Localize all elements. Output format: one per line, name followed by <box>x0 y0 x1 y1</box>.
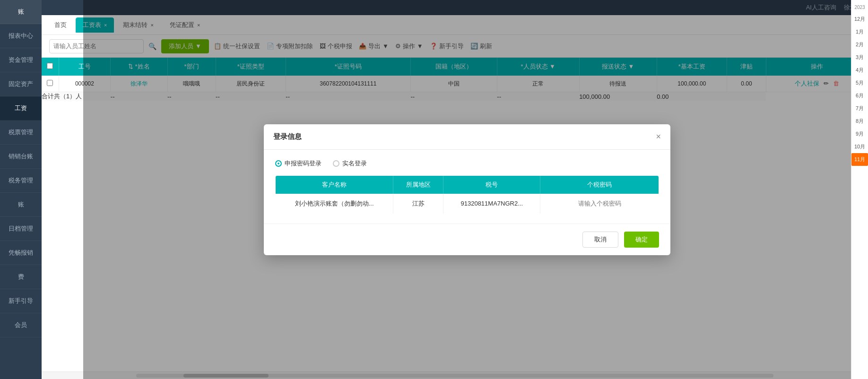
sidebar-item-taxadmin[interactable]: 税务管理 <box>0 169 42 193</box>
cell-password[interactable] <box>540 194 659 214</box>
select-all-header[interactable] <box>42 58 59 76</box>
radio-password-label: 申报密码登录 <box>285 159 321 168</box>
confirm-button[interactable]: 确定 <box>624 232 659 248</box>
radio-password-circle <box>275 160 282 167</box>
sidebar-item-taxmgmt[interactable]: 税票管理 <box>0 121 42 145</box>
month-3[interactable]: 3月 <box>851 51 868 64</box>
sidebar-item-fund[interactable]: 资金管理 <box>0 48 42 72</box>
cell-customer: 刘小艳演示账套（勿删勿动... <box>276 194 393 214</box>
cancel-button[interactable]: 取消 <box>582 232 618 248</box>
modal-close-button[interactable]: × <box>656 132 661 142</box>
sidebar-item-ledger[interactable]: 账 <box>0 193 42 217</box>
login-data-row: 刘小艳演示账套（勿删勿动... 江苏 91320811MA7NGR2... <box>276 194 659 214</box>
right-sidebar: 2023 12月 1月 2月 3月 4月 5月 6月 7月 8月 9月 10月 … <box>851 0 868 379</box>
year-label: 2023 <box>851 2 868 13</box>
cell-taxno: 91320811MA7NGR2... <box>443 194 540 214</box>
month-11[interactable]: 11月 <box>851 153 868 166</box>
month-2[interactable]: 2月 <box>851 38 868 51</box>
month-1[interactable]: 1月 <box>851 26 868 38</box>
modal-title: 登录信息 <box>273 132 302 141</box>
tab-home[interactable]: 首页 <box>47 17 74 33</box>
sidebar-item-sales[interactable]: 销销台账 <box>0 145 42 169</box>
sidebar-item-member[interactable]: 会员 <box>0 313 42 337</box>
login-data-table: 客户名称 所属地区 税号 个税密码 刘小艳演示账套（勿删勿动... 江苏 913… <box>275 175 659 214</box>
col-region: 所属地区 <box>393 175 443 194</box>
month-5[interactable]: 5月 <box>851 77 868 89</box>
month-10[interactable]: 10月 <box>851 140 868 153</box>
month-8[interactable]: 8月 <box>851 115 868 128</box>
radio-realname-login[interactable]: 实名登录 <box>333 159 367 168</box>
month-4[interactable]: 4月 <box>851 64 868 77</box>
sidebar-item-guide[interactable]: 新手引导 <box>0 289 42 313</box>
sidebar-item-file[interactable]: 日档管理 <box>0 217 42 241</box>
month-6[interactable]: 6月 <box>851 89 868 102</box>
login-info-modal: 登录信息 × 申报密码登录 实名登录 <box>264 124 670 255</box>
sidebar-item-assets[interactable]: 固定资产 <box>0 72 42 96</box>
month-7[interactable]: 7月 <box>851 102 868 115</box>
password-input[interactable] <box>548 200 651 207</box>
sidebar-item-account[interactable]: 账 <box>0 0 42 24</box>
sidebar-item-report[interactable]: 报表中心 <box>0 24 42 48</box>
sidebar-item-expense[interactable]: 凭畅报销 <box>0 241 42 265</box>
modal-body: 申报密码登录 实名登录 客户名称 所属地区 税号 个税密码 <box>264 150 670 224</box>
month-9[interactable]: 9月 <box>851 128 868 140</box>
radio-realname-label: 实名登录 <box>342 159 367 168</box>
sidebar-item-salary[interactable]: 工资 <box>0 96 42 121</box>
month-12[interactable]: 12月 <box>851 13 868 26</box>
col-customer: 客户名称 <box>276 175 393 194</box>
main-area: AI人工咨询 徐泽华 首页 工资表 × 期末结转 × 凭证配置 × × 🔍 添加… <box>42 0 868 379</box>
radio-realname-circle <box>333 160 339 167</box>
col-taxno: 税号 <box>443 175 540 194</box>
modal-header: 登录信息 × <box>264 124 670 150</box>
row-checkbox-cell[interactable] <box>42 76 59 92</box>
select-all-checkbox[interactable] <box>47 63 53 69</box>
col-password: 个税密码 <box>540 175 659 194</box>
cell-region: 江苏 <box>393 194 443 214</box>
row-checkbox[interactable] <box>47 80 53 86</box>
tab-home-label: 首页 <box>54 21 67 29</box>
modal-footer: 取消 确定 <box>264 224 670 255</box>
radio-password-login[interactable]: 申报密码登录 <box>275 159 321 168</box>
sidebar-item-fee[interactable]: 费 <box>0 265 42 289</box>
modal-overlay: 登录信息 × 申报密码登录 实名登录 <box>83 0 851 379</box>
sidebar: 账 报表中心 资金管理 固定资产 工资 税票管理 销销台账 税务管理 账 日档管… <box>0 0 42 379</box>
radio-group: 申报密码登录 实名登录 <box>275 159 659 168</box>
